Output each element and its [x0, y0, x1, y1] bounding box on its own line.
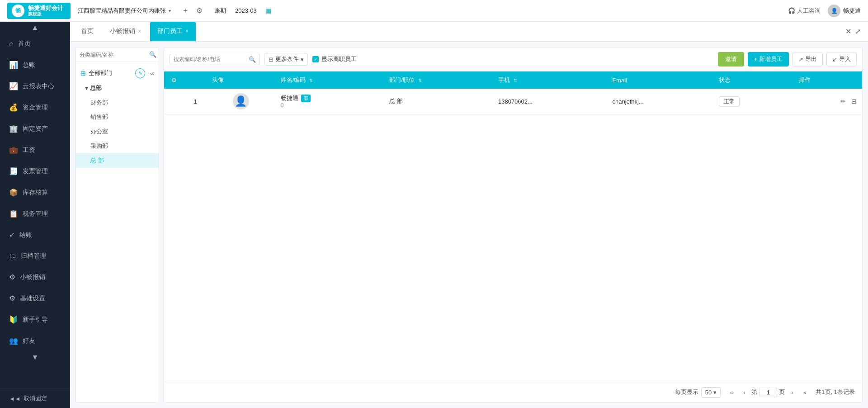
col-name[interactable]: 姓名/编码 ⇅	[275, 71, 384, 89]
sidebar-item-new-guide[interactable]: 🔰 新手引导	[0, 309, 70, 330]
sidebar-item-checkout[interactable]: ✓ 结账	[0, 224, 70, 246]
tab-dept-close[interactable]: ×	[185, 28, 189, 34]
scroll-down-indicator: ▼	[0, 351, 70, 363]
col-phone[interactable]: 手机 ⇅	[493, 71, 607, 89]
invite-btn[interactable]: 邀请	[718, 52, 744, 66]
logo-sub: 旗舰版	[28, 11, 63, 17]
more-filter-btn[interactable]: ⊟ 更多条件 ▾	[264, 53, 308, 66]
sidebar-item-basic-settings[interactable]: ⚙ 基础设置	[0, 288, 70, 309]
chevron-down-icon: ▾	[169, 8, 171, 13]
sort-dept-icon: ⇅	[418, 78, 422, 83]
company-selector[interactable]: 江西服宝精品有限责任公司内账张 ▾	[78, 7, 171, 15]
tab-right-actions: ✕ ⤢	[845, 22, 864, 41]
dept-node-office[interactable]: 办公室	[76, 124, 159, 139]
row-actions: ✏ ⊟	[793, 89, 862, 114]
per-page-select-box[interactable]: 50 ▾	[701, 387, 721, 398]
sidebar-label-checkout: 结账	[19, 231, 32, 239]
col-email: Email	[607, 71, 713, 89]
export-btn[interactable]: ↗ 导出	[793, 52, 823, 66]
per-page-value: 50	[705, 389, 712, 396]
import-btn[interactable]: ↙ 导入	[826, 52, 857, 66]
unpin-label: 取消固定	[24, 394, 47, 403]
emp-search-input[interactable]	[174, 56, 246, 62]
first-page-btn[interactable]: «	[726, 387, 737, 398]
logout-icon[interactable]: ⊟	[851, 98, 857, 105]
dept-search-input[interactable]	[80, 52, 147, 58]
tab-expense-close[interactable]: ×	[138, 28, 141, 34]
dept-node-hq[interactable]: ▾ 总部	[76, 81, 159, 95]
sidebar-item-home[interactable]: ⌂ 首页	[0, 33, 70, 54]
service-label: 人工咨询	[797, 7, 821, 15]
tab-home[interactable]: 首页	[74, 22, 101, 41]
dept-node-finance[interactable]: 财务部	[76, 95, 159, 110]
dept-search-icon[interactable]: 🔍	[149, 51, 156, 58]
all-dept-header[interactable]: ⊞ 全部部门 ✎ ≪	[76, 66, 159, 81]
dept-edit-btn[interactable]: ✎	[135, 68, 145, 78]
period-label: 账期	[214, 7, 226, 15]
prev-page-btn[interactable]: ‹	[739, 387, 750, 398]
sidebar-item-fixed-assets[interactable]: 🏢 固定资产	[0, 118, 70, 139]
dept-node-general[interactable]: 总 部	[76, 153, 159, 168]
row-name-cell: 畅捷通 部 0	[275, 89, 384, 114]
avatar: 👤	[233, 93, 249, 109]
emp-footer: 每页显示 50 ▾ « ‹ 第 页 ›	[164, 382, 862, 402]
emp-name: 畅捷通	[281, 94, 298, 102]
top-bar: 畅 畅捷通好会计 旗舰版 江西服宝精品有限责任公司内账张 ▾ ＋ ⚙ 账期 20…	[0, 0, 868, 22]
service-button[interactable]: 🎧 人工咨询	[788, 7, 821, 15]
page-input[interactable]	[759, 388, 777, 397]
sidebar-item-tax[interactable]: 📋 税务管理	[0, 203, 70, 224]
sidebar-item-payroll[interactable]: 💼 工资	[0, 139, 70, 161]
sidebar-item-inventory[interactable]: 📦 库存核算	[0, 182, 70, 203]
user-avatar: 👤	[828, 5, 840, 17]
tab-dept-emp[interactable]: 部门员工 ×	[150, 22, 196, 41]
avatar-icon: 👤	[235, 95, 247, 107]
sidebar-item-partner[interactable]: 👥 好友	[0, 330, 70, 351]
dept-panel: 🔍 ⊞ 全部部门 ✎ ≪ ▾ 总部 财务部 销售部 办公室 采购部	[75, 47, 159, 403]
expense-icon: ⚙	[9, 273, 15, 281]
sidebar-item-general-ledger[interactable]: 📊 总账	[0, 54, 70, 76]
dept-node-sales[interactable]: 销售部	[76, 110, 159, 124]
unpin-btn[interactable]: ◄◄ 取消固定	[0, 389, 70, 408]
settings-icon[interactable]: ⚙	[196, 6, 203, 15]
table-row: 1 👤 畅捷通 部	[164, 89, 862, 114]
sidebar-label-partner: 好友	[23, 337, 35, 345]
app-logo[interactable]: 畅 畅捷通好会计 旗舰版	[7, 3, 71, 19]
sidebar-label-capital: 资金管理	[23, 104, 48, 112]
emp-search-icon[interactable]: 🔍	[249, 56, 256, 63]
show-resigned-checkbox[interactable]: ✓	[312, 56, 319, 62]
user-info[interactable]: 👤 畅捷通	[828, 5, 861, 17]
sidebar-item-invoice[interactable]: 🧾 发票管理	[0, 161, 70, 182]
sidebar-item-expense[interactable]: ⚙ 小畅报销	[0, 266, 70, 288]
sidebar-item-cloud-reports[interactable]: 📈 云报表中心	[0, 76, 70, 97]
tab-home-label: 首页	[81, 27, 94, 35]
col-dept[interactable]: 部门/职位 ⇅	[384, 71, 493, 89]
last-page-btn[interactable]: »	[799, 387, 810, 398]
maximize-btn[interactable]: ⤢	[855, 27, 861, 36]
import-label: 导入	[839, 55, 851, 63]
dept-badge: 部	[301, 95, 311, 102]
calendar-icon[interactable]: ▦	[266, 7, 271, 14]
tax-icon: 📋	[9, 209, 18, 218]
add-tab-btn[interactable]: ＋	[182, 6, 189, 15]
close-tab-btn[interactable]: ✕	[845, 27, 851, 36]
sidebar-item-archive[interactable]: 🗂 归档管理	[0, 246, 70, 266]
guide-icon: 🔰	[9, 315, 18, 324]
logo-title: 畅捷通好会计	[28, 5, 63, 12]
period-value[interactable]: 2023-03	[235, 7, 257, 14]
company-name: 江西服宝精品有限责任公司内账张	[78, 7, 166, 15]
col-settings[interactable]: ⚙	[164, 71, 184, 89]
edit-icon[interactable]: ✏	[840, 98, 846, 105]
topbar-right: 🎧 人工咨询 👤 畅捷通	[788, 5, 861, 17]
dept-node-purchase[interactable]: 采购部	[76, 139, 159, 153]
dept-emp-layout: 🔍 ⊞ 全部部门 ✎ ≪ ▾ 总部 财务部 销售部 办公室 采购部	[75, 47, 863, 403]
sidebar-label-inventory: 库存核算	[23, 189, 48, 197]
headset-icon: 🎧	[788, 7, 795, 14]
show-resigned-toggle[interactable]: ✓ 显示离职员工	[312, 55, 357, 63]
main-layout: ▲ ⌂ 首页 📊 总账 📈 云报表中心 💰 资金管理 🏢 固定资产 💼 工资 🧾…	[0, 22, 868, 408]
next-page-btn[interactable]: ›	[787, 387, 797, 398]
sidebar-item-capital[interactable]: 💰 资金管理	[0, 97, 70, 118]
add-emp-btn[interactable]: + 新增员工	[748, 52, 789, 66]
tab-expense[interactable]: 小畅报销 ×	[103, 22, 148, 41]
collapse-icon[interactable]: ≪	[150, 71, 154, 76]
col-no	[184, 71, 207, 89]
